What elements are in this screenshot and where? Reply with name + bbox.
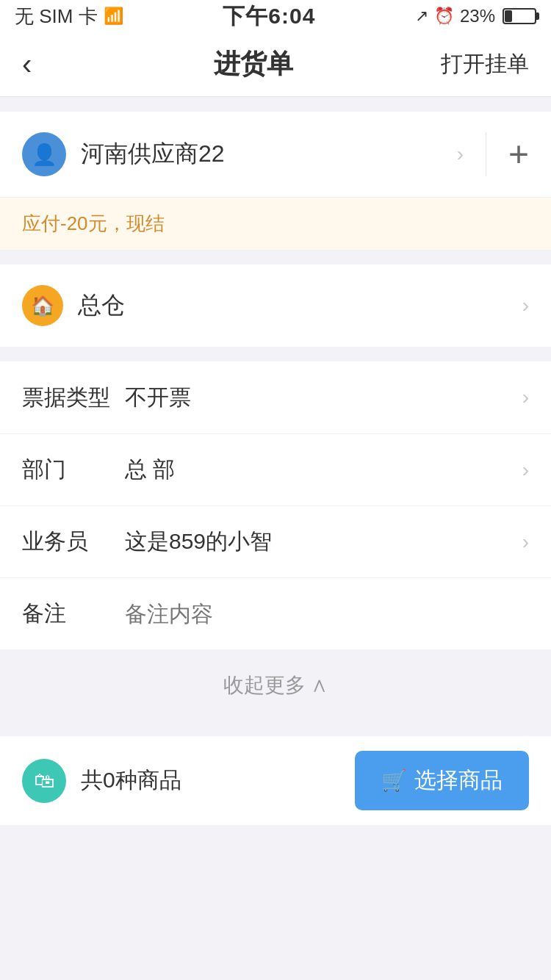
supplier-card: 👤 河南供应商22 › + 应付-20元，现结 [0,112,551,250]
avatar: 👤 [22,132,66,176]
avatar-icon: 👤 [32,143,57,167]
invoice-chevron-icon: › [522,386,529,409]
select-goods-button[interactable]: 🛒 选择商品 [355,751,529,810]
supplier-chevron-icon: › [457,143,464,166]
goods-bag-icon: 🛍 [34,768,54,793]
back-icon: ‹ [22,48,32,80]
salesman-chevron-icon: › [522,530,529,554]
page-title: 进货单 [214,46,293,82]
status-right: ↗ ⏰ 23% [415,6,536,26]
collapse-button[interactable]: 收起更多 ∧ [0,649,551,721]
goods-count: 共0种商品 [81,765,355,796]
department-label: 部门 [22,455,110,485]
bottom-bar: 🛍 共0种商品 🛒 选择商品 [0,736,551,825]
gap-1 [0,97,551,112]
invoice-row[interactable]: 票据类型 不开票 › [0,361,551,433]
form-card: 票据类型 不开票 › 部门 总 部 › 业务员 这是859的小智 › 备注 [0,361,551,649]
status-bar: 无 SIM 卡 📶 下午6:04 ↗ ⏰ 23% [0,0,551,32]
wifi-icon: 📶 [104,7,123,26]
location-icon: ↗ [415,7,428,26]
content-area: 👤 河南供应商22 › + 应付-20元，现结 🏠 总仓 › 票据类型 不开票 … [0,97,551,980]
battery-fill [505,10,512,22]
department-chevron-icon: › [522,458,529,482]
status-time: 下午6:04 [223,1,315,32]
remark-row[interactable]: 备注 [0,577,551,649]
notice-bar: 应付-20元，现结 [0,198,551,250]
add-supplier-button[interactable]: + [508,137,529,172]
collapse-label: 收起更多 ∧ [223,674,328,696]
select-btn-label: 选择商品 [414,765,503,796]
warehouse-row[interactable]: 🏠 总仓 › [0,264,551,347]
warehouse-chevron-icon: › [522,294,529,317]
open-pending-button[interactable]: 打开挂单 [441,49,529,79]
nav-bar: ‹ 进货单 打开挂单 [0,32,551,97]
battery-icon [503,8,536,24]
gap-3 [0,347,551,361]
department-row[interactable]: 部门 总 部 › [0,433,551,505]
department-value: 总 部 [110,455,522,485]
invoice-label: 票据类型 [22,383,110,413]
gap-2 [0,250,551,264]
battery-percent: 23% [460,6,495,26]
remark-input[interactable] [110,602,529,627]
supplier-name: 河南供应商22 [81,138,457,170]
status-carrier: 无 SIM 卡 📶 [15,4,123,29]
select-icon: 🛒 [381,768,407,793]
goods-icon: 🛍 [22,759,66,803]
back-button[interactable]: ‹ [22,48,66,81]
supplier-divider [486,132,486,176]
invoice-value: 不开票 [110,383,522,413]
supplier-row[interactable]: 👤 河南供应商22 › + [0,112,551,198]
salesman-row[interactable]: 业务员 这是859的小智 › [0,505,551,577]
remark-label: 备注 [22,599,110,629]
notice-text: 应付-20元，现结 [22,212,165,234]
warehouse-icon: 🏠 [22,285,63,326]
carrier-text: 无 SIM 卡 [15,4,98,29]
alarm-icon: ⏰ [434,7,454,26]
warehouse-name: 总仓 [78,289,522,322]
salesman-label: 业务员 [22,527,110,557]
salesman-value: 这是859的小智 [110,527,522,557]
warehouse-card: 🏠 总仓 › [0,264,551,347]
